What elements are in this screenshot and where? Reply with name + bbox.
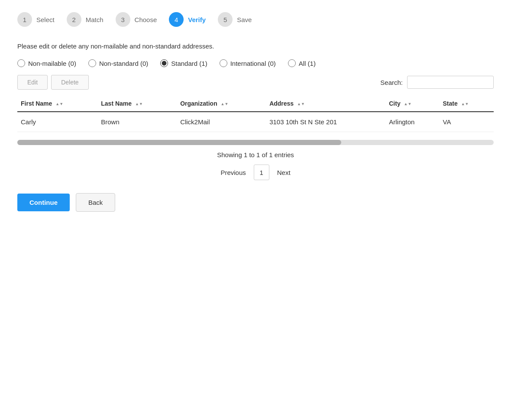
scrollbar-thumb[interactable] [17, 140, 341, 145]
toolbar: Edit Delete Search: [17, 75, 494, 90]
filter-all[interactable]: All (1) [288, 59, 316, 67]
cell-city: Arlington [385, 112, 439, 132]
pagination-next-button[interactable]: Next [274, 166, 294, 179]
step-5: 5 Save [218, 12, 252, 27]
step-label-5: Save [237, 16, 252, 23]
col-first-name-label: First Name [21, 100, 52, 107]
step-label-2: Match [86, 16, 103, 23]
step-2: 2 Match [67, 12, 103, 27]
search-label: Search: [380, 79, 403, 86]
pagination-previous-button[interactable]: Previous [217, 166, 249, 179]
pagination-info: Showing 1 to 1 of 1 entries [17, 151, 494, 158]
cell-state: VA [440, 112, 494, 132]
filter-non-mailable[interactable]: Non-mailable (0) [17, 59, 76, 67]
cell-organization: Click2Mail [177, 112, 266, 132]
table-header-row: First Name ▲▼ Last Name ▲▼ Organization … [17, 96, 494, 112]
search-input[interactable] [407, 76, 494, 89]
description-text: Please edit or delete any non-mailable a… [17, 42, 494, 50]
filter-non-standard-label[interactable]: Non-standard (0) [99, 60, 148, 67]
filter-standard-label[interactable]: Standard (1) [171, 60, 207, 67]
col-first-name[interactable]: First Name ▲▼ [17, 96, 97, 112]
page-wrapper: 1 Select 2 Match 3 Choose 4 Verify 5 Sav… [0, 0, 511, 420]
col-organization[interactable]: Organization ▲▼ [177, 96, 266, 112]
col-address[interactable]: Address ▲▼ [266, 96, 385, 112]
step-circle-3: 3 [116, 12, 130, 27]
stepper: 1 Select 2 Match 3 Choose 4 Verify 5 Sav… [17, 12, 494, 27]
step-circle-4: 4 [169, 12, 184, 27]
step-label-3: Choose [135, 16, 157, 23]
filter-non-mailable-label[interactable]: Non-mailable (0) [28, 60, 76, 67]
col-city-label: City [389, 100, 400, 107]
radio-non-standard[interactable] [88, 59, 96, 67]
search-group: Search: [380, 76, 494, 89]
col-last-name[interactable]: Last Name ▲▼ [97, 96, 177, 112]
table-row[interactable]: Carly Brown Click2Mail 3103 10th St N St… [17, 112, 494, 132]
filter-row: Non-mailable (0) Non-standard (0) Standa… [17, 59, 494, 67]
col-city[interactable]: City ▲▼ [385, 96, 439, 112]
back-button[interactable]: Back [76, 193, 115, 212]
sort-first-name-icon[interactable]: ▲▼ [55, 102, 63, 106]
cell-last-name: Brown [97, 112, 177, 132]
step-label-1: Select [36, 16, 55, 23]
step-circle-2: 2 [67, 12, 81, 27]
step-3: 3 Choose [116, 12, 157, 27]
col-state[interactable]: State ▲▼ [440, 96, 494, 112]
step-label-4: Verify [188, 16, 206, 23]
step-circle-5: 5 [218, 12, 233, 27]
pagination-controls: Previous 1 Next [17, 165, 494, 180]
continue-button[interactable]: Continue [17, 194, 70, 211]
delete-button[interactable]: Delete [51, 75, 88, 90]
sort-organization-icon[interactable]: ▲▼ [221, 102, 229, 106]
col-state-label: State [443, 100, 458, 107]
col-address-label: Address [269, 100, 294, 107]
data-table: First Name ▲▼ Last Name ▲▼ Organization … [17, 96, 494, 132]
scrollbar-track[interactable] [17, 140, 494, 145]
bottom-actions: Continue Back [17, 193, 494, 212]
filter-international-label[interactable]: International (0) [230, 60, 276, 67]
radio-non-mailable[interactable] [17, 59, 25, 67]
filter-non-standard[interactable]: Non-standard (0) [88, 59, 148, 67]
col-organization-label: Organization [180, 100, 217, 107]
edit-button[interactable]: Edit [17, 75, 48, 90]
filter-international[interactable]: International (0) [220, 59, 276, 67]
step-1: 1 Select [17, 12, 55, 27]
sort-last-name-icon[interactable]: ▲▼ [135, 102, 143, 106]
col-last-name-label: Last Name [101, 100, 132, 107]
filter-standard[interactable]: Standard (1) [160, 59, 207, 67]
cell-first-name: Carly [17, 112, 97, 132]
pagination-page-1[interactable]: 1 [254, 165, 269, 180]
cell-address: 3103 10th St N Ste 201 [266, 112, 385, 132]
radio-international[interactable] [220, 59, 227, 67]
step-circle-1: 1 [17, 12, 32, 27]
filter-all-label[interactable]: All (1) [299, 60, 316, 67]
radio-all[interactable] [288, 59, 296, 67]
sort-address-icon[interactable]: ▲▼ [297, 102, 305, 106]
step-4: 4 Verify [169, 12, 206, 27]
radio-standard[interactable] [160, 59, 168, 67]
sort-state-icon[interactable]: ▲▼ [461, 102, 469, 106]
sort-city-icon[interactable]: ▲▼ [404, 102, 412, 106]
